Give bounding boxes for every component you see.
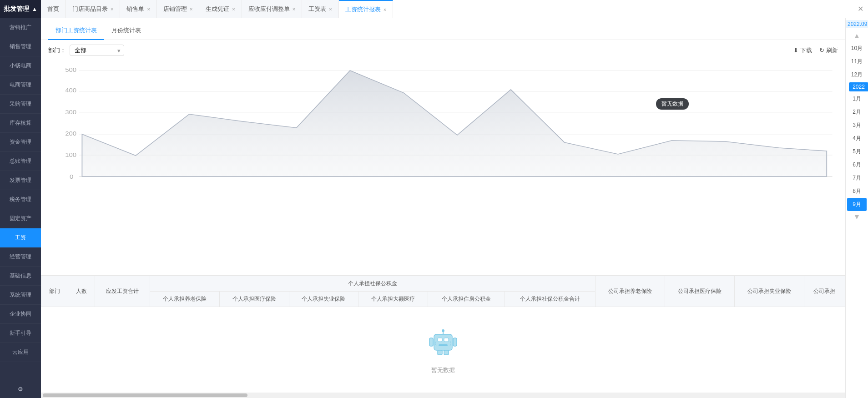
svg-rect-14 — [438, 338, 442, 342]
svg-rect-22 — [444, 350, 449, 355]
sidebar-item-总账管理[interactable]: 总账管理 — [0, 152, 41, 171]
col-personal-total: 个人承担社保公积金合计 — [505, 292, 595, 307]
tab-close-4[interactable]: × — [232, 6, 235, 12]
sidebar-item-资金管理[interactable]: 资金管理 — [0, 133, 41, 152]
tab-close-1[interactable]: × — [111, 6, 113, 12]
tab-7[interactable]: 工资统计报表× — [339, 0, 393, 18]
tab-label-5: 应收应付调整单 — [248, 5, 290, 13]
tab-bar: 首页门店商品目录×销售单×店铺管理×生成凭证×应收应付调整单×工资表×工资统计报… — [41, 0, 868, 18]
col-company-pension: 公司承担养老保险 — [595, 276, 665, 307]
empty-text: 暂无数据 — [431, 366, 455, 374]
right-panel-month-12月[interactable]: 12月 — [847, 68, 867, 81]
sidebar-item-企业协同[interactable]: 企业协同 — [0, 305, 41, 324]
chart-tooltip: 暂无数据 — [656, 98, 689, 110]
svg-rect-13 — [434, 334, 452, 350]
sidebar-item-发票管理[interactable]: 发票管理 — [0, 171, 41, 190]
svg-text:400: 400 — [65, 87, 76, 93]
tab-5[interactable]: 应收应付调整单× — [242, 0, 302, 18]
col-company-other: 公司承担 — [804, 276, 845, 307]
col-company-unemployment: 公司承担失业保险 — [735, 276, 804, 307]
sidebar-item-电商管理[interactable]: 电商管理 — [0, 76, 41, 95]
sidebar-item-营销推广[interactable]: 营销推广 — [0, 18, 41, 37]
right-panel-month-2022[interactable]: 2022 — [849, 82, 868, 91]
tab-close-5[interactable]: × — [293, 6, 295, 12]
right-panel-month-11月[interactable]: 11月 — [847, 55, 867, 68]
sidebar-item-小畅电商[interactable]: 小畅电商 — [0, 56, 41, 76]
right-panel-date[interactable]: 2022.09 — [846, 20, 868, 28]
tab-label-6: 工资表 — [308, 5, 326, 13]
download-label: 下载 — [800, 46, 812, 55]
tab-label-0: 首页 — [47, 5, 59, 13]
svg-rect-19 — [429, 338, 433, 346]
tab-0[interactable]: 首页 — [41, 0, 66, 18]
svg-text:200: 200 — [65, 131, 76, 136]
col-personal-medical: 个人承担医疗保险 — [219, 292, 289, 307]
right-panel-month-8月[interactable]: 8月 — [847, 185, 867, 198]
right-panel: 2022.09 ▲ 10月11月12月20221月2月3月4月5月6月7月8月9… — [845, 18, 868, 398]
toolbar: 部门： 全部 ⬇ 下载 ↻ 刷新 — [41, 40, 845, 60]
sidebar-settings[interactable]: ⚙ — [0, 380, 41, 398]
tab-label-3: 店铺管理 — [163, 5, 187, 13]
sidebar-item-固定资产[interactable]: 固定资产 — [0, 209, 41, 228]
svg-marker-12 — [82, 71, 827, 176]
sidebar-item-采购管理[interactable]: 采购管理 — [0, 95, 41, 114]
refresh-icon: ↻ — [819, 47, 824, 54]
tab-close-7[interactable]: × — [384, 7, 386, 12]
svg-text:300: 300 — [65, 109, 76, 115]
tab-close-6[interactable]: × — [329, 6, 332, 12]
subtab-0[interactable]: 部门工资统计表 — [48, 24, 104, 40]
right-panel-month-4月[interactable]: 4月 — [847, 132, 867, 145]
refresh-button[interactable]: ↻ 刷新 — [819, 46, 838, 55]
sidebar-item-工资[interactable]: 工资 — [0, 228, 41, 247]
tab-2[interactable]: 销售单× — [120, 0, 156, 18]
svg-rect-20 — [453, 338, 457, 346]
table-section: 部门 人数 应发工资合计 个人承担社保公积金 公司承担养老保险 公司承担医疗保险… — [41, 275, 845, 398]
refresh-label: 刷新 — [826, 46, 838, 55]
sidebar-item-云应用[interactable]: 云应用 — [0, 343, 41, 362]
subtab-1[interactable]: 月份统计表 — [104, 24, 148, 40]
right-panel-up[interactable]: ▲ — [852, 30, 863, 42]
tab-3[interactable]: 店铺管理× — [157, 0, 199, 18]
data-table: 部门 人数 应发工资合计 个人承担社保公积金 公司承担养老保险 公司承担医疗保险… — [41, 276, 845, 307]
right-panel-month-7月[interactable]: 7月 — [847, 171, 867, 185]
tab-1[interactable]: 门店商品目录× — [66, 0, 120, 18]
scroll-thumb[interactable] — [43, 393, 247, 397]
dept-select[interactable]: 全部 — [70, 45, 124, 56]
sub-tabs: 部门工资统计表月份统计表 — [41, 18, 845, 40]
sidebar-item-系统管理[interactable]: 系统管理 — [0, 286, 41, 305]
sidebar-item-销售管理[interactable]: 销售管理 — [0, 37, 41, 56]
right-panel-month-6月[interactable]: 6月 — [847, 158, 867, 171]
sidebar-item-经营管理[interactable]: 经营管理 — [0, 247, 41, 267]
svg-rect-21 — [438, 350, 442, 355]
right-panel-month-1月[interactable]: 1月 — [847, 92, 867, 106]
sidebar-item-税务管理[interactable]: 税务管理 — [0, 190, 41, 209]
sidebar-item-基础信息[interactable]: 基础信息 — [0, 267, 41, 286]
toolbar-left: 部门： 全部 — [48, 45, 124, 56]
tab-6[interactable]: 工资表× — [302, 0, 338, 18]
tab-4[interactable]: 生成凭证× — [199, 0, 242, 18]
right-panel-month-3月[interactable]: 3月 — [847, 119, 867, 132]
col-count: 人数 — [68, 276, 95, 307]
sidebar-item-库存核算[interactable]: 库存核算 — [0, 114, 41, 133]
col-personal-unemployment: 个人承担失业保险 — [289, 292, 358, 307]
close-all-tabs[interactable]: ✕ — [853, 5, 868, 13]
right-panel-month-2月[interactable]: 2月 — [847, 106, 867, 119]
download-button[interactable]: ⬇ 下载 — [793, 46, 812, 55]
tab-close-2[interactable]: × — [147, 6, 150, 12]
right-panel-month-10月[interactable]: 10月 — [847, 42, 867, 55]
page-content: 部门工资统计表月份统计表 部门： 全部 ⬇ 下载 — [41, 18, 868, 398]
scroll-bar[interactable] — [41, 393, 845, 398]
sidebar-item-新手引导[interactable]: 新手引导 — [0, 324, 41, 343]
tab-close-3[interactable]: × — [190, 6, 192, 12]
svg-point-18 — [442, 329, 444, 332]
chart-area: 500 400 300 200 100 0 — [41, 60, 845, 275]
download-icon: ⬇ — [793, 47, 798, 54]
col-group-personal: 个人承担社保公积金 — [150, 276, 595, 292]
right-panel-month-5月[interactable]: 5月 — [847, 145, 867, 158]
tab-label-2: 销售单 — [126, 5, 144, 13]
right-panel-down[interactable]: ▼ — [852, 211, 863, 223]
sidebar-toggle-icon[interactable]: ▲ — [32, 6, 37, 12]
settings-icon: ⚙ — [18, 386, 23, 393]
right-panel-month-9月[interactable]: 9月 — [847, 198, 867, 211]
table-wrapper[interactable]: 部门 人数 应发工资合计 个人承担社保公积金 公司承担养老保险 公司承担医疗保险… — [41, 276, 845, 307]
